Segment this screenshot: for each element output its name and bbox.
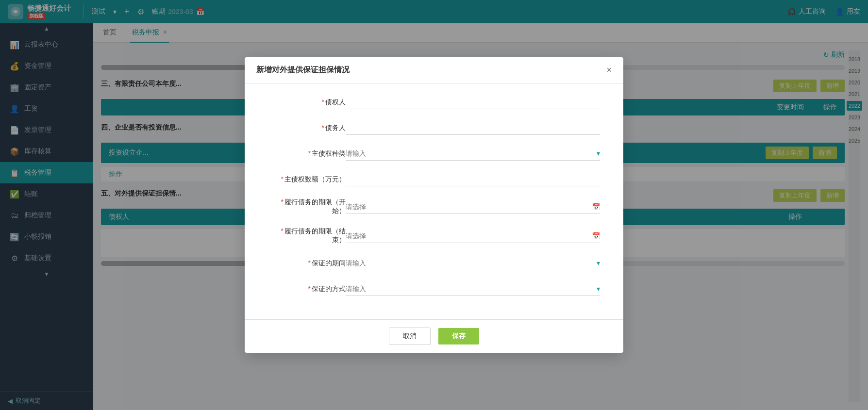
debt-amount-input[interactable] [346, 172, 600, 186]
modal-body: *债权人 *债务人 *主债权种类 ▾ [245, 83, 623, 319]
guarantee-period-select-wrapper: ▾ [346, 256, 600, 270]
debt-type-required-star: * [308, 149, 311, 157]
debt-type-select-wrapper: ▾ [346, 147, 600, 161]
debt-type-label: *主债权种类 [268, 149, 346, 158]
modal-title: 新增对外提供保证担保情况 [256, 65, 350, 75]
debt-type-arrow-icon[interactable]: ▾ [597, 149, 600, 157]
modal-dialog: 新增对外提供保证担保情况 × *债权人 *债务人 * [245, 57, 623, 353]
creditor-label: *债权人 [268, 98, 346, 107]
creditor-input[interactable] [346, 95, 600, 109]
period-start-calendar-icon[interactable]: 📅 [592, 203, 600, 211]
period-end-calendar-icon[interactable]: 📅 [592, 232, 600, 240]
debt-amount-required-star: * [281, 175, 284, 183]
modal-footer: 取消 保存 [245, 319, 623, 353]
field-creditor: *债权人 [268, 95, 600, 109]
guarantee-method-required-star: * [308, 285, 311, 293]
debt-amount-label: *主债权数额（万元） [268, 175, 346, 184]
guarantee-method-select-wrapper: ▾ [346, 282, 600, 296]
guarantee-period-arrow-icon[interactable]: ▾ [597, 259, 600, 267]
period-start-date-wrapper: 📅 [346, 200, 600, 214]
field-debtor: *债务人 [268, 121, 600, 135]
guarantee-method-arrow-icon[interactable]: ▾ [597, 285, 600, 293]
guarantee-method-input[interactable] [346, 282, 597, 295]
field-guarantee-method: *保证的方式 ▾ [268, 282, 600, 296]
period-start-label: *履行债务的期限（开始） [268, 198, 346, 215]
field-debt-amount: *主债权数额（万元） [268, 172, 600, 186]
guarantee-method-label: *保证的方式 [268, 285, 346, 294]
guarantee-period-label: *保证的期间 [268, 259, 346, 268]
field-guarantee-period: *保证的期间 ▾ [268, 256, 600, 270]
period-start-input[interactable] [346, 200, 592, 213]
modal-overlay: 新增对外提供保证担保情况 × *债权人 *债务人 * [0, 0, 868, 410]
period-end-date-wrapper: 📅 [346, 229, 600, 243]
debtor-input[interactable] [346, 121, 600, 135]
field-period-end: *履行债务的期限（结束） 📅 [268, 227, 600, 245]
period-end-input[interactable] [346, 229, 592, 243]
modal-close-button[interactable]: × [606, 65, 612, 75]
field-period-start: *履行债务的期限（开始） 📅 [268, 198, 600, 215]
debtor-label: *债务人 [268, 124, 346, 132]
debtor-required-star: * [322, 124, 324, 131]
debt-type-input[interactable] [346, 147, 597, 160]
cancel-button[interactable]: 取消 [389, 328, 431, 345]
guarantee-period-required-star: * [308, 259, 311, 267]
field-debt-type: *主债权种类 ▾ [268, 147, 600, 161]
period-end-label: *履行债务的期限（结束） [268, 227, 346, 245]
period-end-required-star: * [281, 227, 284, 235]
guarantee-period-input[interactable] [346, 256, 597, 270]
creditor-required-star: * [322, 98, 324, 106]
period-start-required-star: * [281, 198, 284, 206]
modal-header: 新增对外提供保证担保情况 × [245, 57, 623, 83]
save-button[interactable]: 保存 [438, 328, 479, 344]
